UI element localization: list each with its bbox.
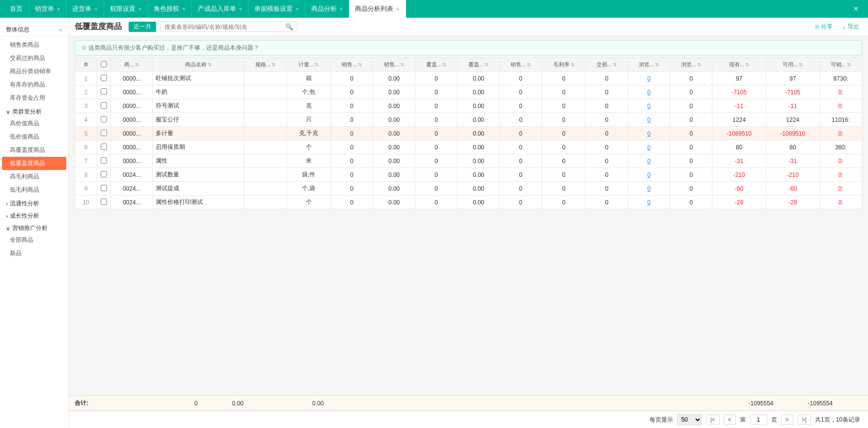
row-sellable: 0: (819, 86, 862, 99)
row-sellable: 0: (819, 196, 862, 209)
row-browse1[interactable]: 0 (628, 72, 670, 86)
sidebar-item-traded[interactable]: 交易过的商品 (0, 52, 68, 65)
row-browse1[interactable]: 0 (628, 154, 670, 168)
col-sales-amt[interactable]: 销售...⇅ (373, 58, 415, 72)
sidebar-item-capital[interactable]: 库存资金占用 (0, 91, 68, 105)
row-spec (244, 127, 287, 141)
nav-analysis-list-close[interactable]: × (396, 6, 399, 12)
nav-production-close[interactable]: × (239, 6, 242, 12)
col-available[interactable]: 可用...⇅ (766, 58, 819, 72)
row-checkbox[interactable] (97, 99, 111, 113)
col-sellable[interactable]: 可销...⇅ (819, 58, 862, 72)
col-cov2[interactable]: 覆盖...⇅ (458, 58, 500, 72)
sidebar-item-high-margin[interactable]: 高毛利商品 (0, 170, 68, 183)
nav-production[interactable]: 产成品入库单 × (192, 0, 248, 18)
col-sales-stat[interactable]: 销售...⇅ (500, 58, 542, 72)
sidebar-item-high-value[interactable]: 高价值商品 (0, 117, 68, 130)
row-browse1[interactable]: 0 (628, 168, 670, 182)
sidebar-item-new-products[interactable]: 新品 (0, 247, 68, 260)
row-checkbox[interactable] (97, 127, 111, 141)
nav-template-close[interactable]: × (296, 6, 298, 12)
col-settings[interactable]: ⚙ (75, 58, 97, 72)
last-page-btn[interactable]: >| (797, 415, 811, 425)
row-browse1[interactable]: 0 (628, 141, 670, 154)
chevron-right-icon2: › (6, 213, 8, 220)
sidebar-item-high-coverage[interactable]: 高覆盖度商品 (0, 143, 68, 157)
search-input[interactable] (164, 24, 283, 30)
sidebar-item-in-stock[interactable]: 有库存的商品 (0, 78, 68, 91)
col-gross[interactable]: 毛利率⇅ (542, 58, 586, 72)
row-available: 97 (766, 72, 819, 86)
nav-analysis-list[interactable]: 商品分析列表 × (349, 0, 406, 18)
table-container[interactable]: ⚙ 商...⇅ 商品名称⇅ 规格...⇅ 计量...⇅ 销售...⇅ 销售...… (69, 57, 868, 395)
row-checkbox[interactable] (97, 72, 111, 86)
nav-sales[interactable]: 销货单 × (29, 0, 66, 18)
sidebar-section-marketing[interactable]: ∨ 营销推广分析 (0, 221, 68, 233)
row-browse1[interactable]: 0 (628, 182, 670, 196)
row-checkbox[interactable] (97, 168, 111, 182)
first-page-btn[interactable]: |< (706, 415, 720, 425)
row-browse2: 0 (670, 141, 712, 154)
nav-analysis[interactable]: 商品分析 × (305, 0, 349, 18)
sidebar-item-low-margin[interactable]: 低毛利商品 (0, 183, 68, 197)
col-trade[interactable]: 交易...⇅ (586, 58, 628, 72)
row-checkbox[interactable] (97, 86, 111, 99)
nav-sales-close[interactable]: × (57, 6, 60, 12)
nav-permissions-close[interactable]: × (138, 6, 141, 12)
col-cov1[interactable]: 覆盖...⇅ (415, 58, 458, 72)
row-checkbox[interactable] (97, 141, 111, 154)
page-input[interactable] (750, 415, 767, 425)
nav-analysis-close[interactable]: × (340, 6, 343, 12)
nav-purchase-close[interactable]: × (94, 6, 97, 12)
sidebar-section-cluster[interactable]: ∨ 类群里分析 (0, 105, 68, 117)
row-available: -31 (766, 154, 819, 168)
row-browse1[interactable]: 0 (628, 127, 670, 141)
row-sellable: 0: (819, 154, 862, 168)
col-name[interactable]: 商品名称⇅ (153, 58, 244, 72)
share-button[interactable]: ⎘ 分享 (813, 22, 836, 32)
row-sales-qty: 0 (331, 182, 373, 196)
row-checkbox[interactable] (97, 113, 111, 127)
col-spec[interactable]: 规格...⇅ (244, 58, 287, 72)
time-filter-button[interactable]: 近一月 (129, 22, 156, 32)
col-unit[interactable]: 计量...⇅ (287, 58, 331, 72)
row-gross: 0 (542, 154, 586, 168)
col-browse2[interactable]: 浏览...⇅ (670, 58, 712, 72)
nav-purchase[interactable]: 进货单 × (66, 0, 104, 18)
row-browse1[interactable]: 0 (628, 86, 670, 99)
col-current[interactable]: 现有...⇅ (712, 58, 766, 72)
col-code[interactable]: 商...⇅ (111, 58, 153, 72)
sidebar-item-low-value[interactable]: 低价值商品 (0, 130, 68, 143)
nav-permissions[interactable]: 权限设置 × (104, 0, 148, 18)
row-name: 测试提成 (153, 182, 244, 196)
prev-page-btn[interactable]: < (724, 415, 736, 425)
chevron-right-icon: › (6, 200, 8, 207)
row-checkbox[interactable] (97, 154, 111, 168)
col-checkbox[interactable] (97, 58, 111, 72)
sidebar-section-growth[interactable]: › 成长性分析 (0, 209, 68, 221)
nav-roles[interactable]: 角色授权 × (148, 0, 191, 18)
select-all-checkbox[interactable] (101, 61, 107, 67)
nav-home[interactable]: 首页 (4, 0, 29, 18)
nav-roles-close[interactable]: × (182, 6, 185, 12)
row-browse1[interactable]: 0 (628, 113, 670, 127)
per-page-select[interactable]: 50 10 20 100 (677, 414, 702, 425)
sidebar-item-low-coverage[interactable]: 低覆盖度商品 (2, 157, 66, 170)
sidebar-item-category-rate[interactable]: 商品分类动销率 (0, 65, 68, 78)
next-page-btn[interactable]: > (781, 415, 793, 425)
window-close[interactable]: × (848, 4, 864, 13)
sidebar-item-all-products[interactable]: 全部商品 (0, 233, 68, 247)
sidebar-collapse-btn[interactable]: « (59, 26, 62, 33)
sidebar-section-circulation[interactable]: › 流通性分析 (0, 197, 68, 209)
top-nav: 首页 销货单 × 进货单 × 权限设置 × 角色授权 × 产成品入库单 × 单据… (0, 0, 868, 18)
row-checkbox[interactable] (97, 182, 111, 196)
row-checkbox[interactable] (97, 196, 111, 209)
row-browse1[interactable]: 0 (628, 196, 670, 209)
export-button[interactable]: ↓ 导出 (840, 22, 862, 32)
nav-template[interactable]: 单据模板设置 × (248, 0, 305, 18)
col-sales-qty[interactable]: 销售...⇅ (331, 58, 373, 72)
sidebar-item-sales-products[interactable]: 销售类商品 (0, 38, 68, 52)
row-browse1[interactable]: 0 (628, 99, 670, 113)
col-browse1[interactable]: 浏览...⇅ (628, 58, 670, 72)
footer-available: -1095554 (808, 400, 833, 407)
